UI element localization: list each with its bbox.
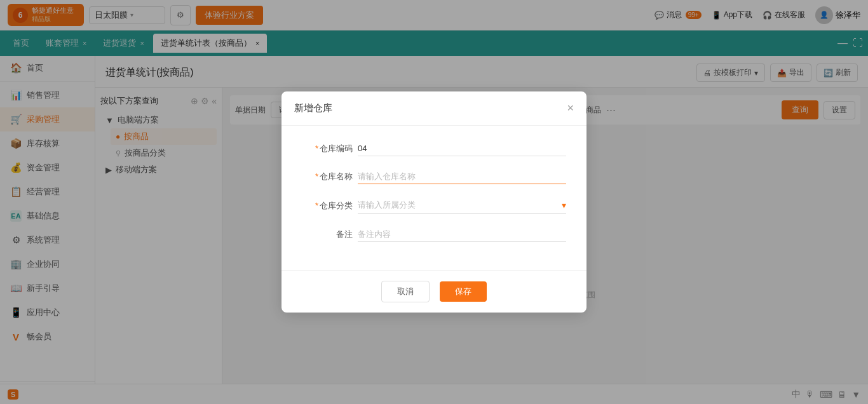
modal-close-button[interactable]: ×	[567, 102, 574, 115]
code-input[interactable]	[358, 141, 566, 156]
name-label: *仓库名称	[302, 171, 353, 182]
note-label: 备注	[302, 229, 353, 240]
modal-title: 新增仓库	[294, 102, 332, 114]
modal-header: 新增仓库 ×	[281, 91, 587, 126]
modal-footer: 取消 保存	[281, 270, 587, 313]
cancel-button[interactable]: 取消	[381, 281, 430, 302]
form-row-code: *仓库编码	[302, 141, 566, 156]
code-required-mark: *	[315, 144, 318, 153]
form-row-note: 备注	[302, 227, 566, 242]
form-row-category: *仓库分类 请输入所属分类 ▾	[302, 197, 566, 214]
category-placeholder: 请输入所属分类	[358, 199, 416, 211]
new-warehouse-modal: 新增仓库 × *仓库编码 *仓库名称 *仓库分类	[281, 91, 587, 313]
category-select[interactable]: 请输入所属分类 ▾	[358, 197, 566, 214]
modal-body: *仓库编码 *仓库名称 *仓库分类 请输入所属分类 ▾	[281, 126, 587, 270]
category-arrow-icon: ▾	[562, 200, 566, 210]
note-input[interactable]	[358, 227, 566, 242]
name-required-mark: *	[315, 172, 318, 181]
modal-overlay: 新增仓库 × *仓库编码 *仓库名称 *仓库分类	[0, 0, 868, 404]
form-row-name: *仓库名称	[302, 169, 566, 184]
save-button[interactable]: 保存	[440, 281, 487, 302]
name-input[interactable]	[358, 169, 566, 184]
category-label: *仓库分类	[302, 200, 353, 212]
code-label: *仓库编码	[302, 143, 353, 154]
category-required-mark: *	[315, 201, 318, 210]
